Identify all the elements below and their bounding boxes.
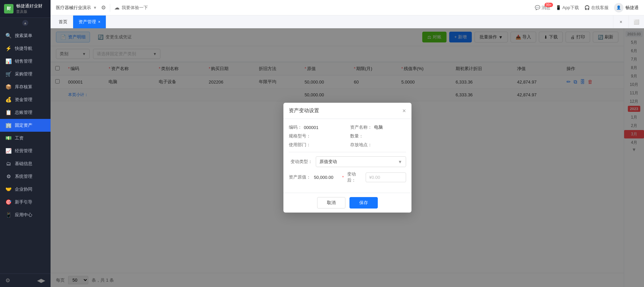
tab-home[interactable]: 首页 [53,15,73,28]
message-btn[interactable]: 💬 消息 99 [535,5,550,11]
sidebar-label-sales: 销售管理 [15,58,32,64]
tabbar: 首页 资产管理 × × ⬜ [51,15,644,28]
change-type-chevron-icon: ▼ [398,159,402,164]
cancel-button[interactable]: 取消 [317,197,345,209]
collapse-icon[interactable]: ◀▶ [37,277,45,284]
required-marker: * [342,175,344,180]
sidebar-label-basic: 基础信息 [15,161,32,167]
ledger-icon: 📋 [5,109,11,116]
app-info: 畅捷通好业财 普及版 [16,3,42,14]
main: 医疗器械行业演示 ▼ ⚙ ☁ 我要体验一下 💬 消息 99 📱 App下载 🎧 … [51,0,644,287]
modal-footer: 取消 保存 [283,193,411,213]
modal-overlay: 资产变动设置 × 编码： 000001 资产名称： 电脑 [51,28,644,287]
sidebar-label-guide: 新手引导 [15,199,32,205]
sidebar-label-search: 搜索菜单 [15,33,32,39]
sidebar-item-purchase[interactable]: 🛒 采购管理 [0,68,51,81]
app-name: 畅捷通好业财 [16,3,42,9]
basic-icon: 🗂 [5,161,11,167]
modal-body: 编码： 000001 资产名称： 电脑 规格型号： 数量： [283,119,411,193]
modal-info-grid: 编码： 000001 资产名称： 电脑 规格型号： 数量： [289,124,406,148]
quicknav-icon: ⚡ [5,45,11,52]
window-close-btn[interactable]: × [613,15,628,28]
sidebar-item-finance[interactable]: 💰 资金管理 [0,93,51,106]
tab-home-label: 首页 [59,19,67,25]
modal-location-label: 存放地点： [350,142,372,148]
after-change-input[interactable] [366,172,406,182]
modal-code-value: 000001 [304,125,318,130]
sidebar-item-collab[interactable]: 🤝 企业协同 [0,183,51,196]
change-type-value: 原值变动 [319,159,337,165]
sidebar: 财 畅捷通好业财 普及版 ▲ 🔍 搜索菜单 ⚡ 快捷导航 📊 销售管理 🛒 采购… [0,0,51,287]
app-logo: 财 [4,4,13,13]
save-button[interactable]: 保存 [349,197,378,209]
sidebar-item-fixedasset[interactable]: 🏢 固定资产 [0,119,51,132]
sidebar-label-inventory: 库存核算 [15,84,32,90]
sidebar-label-finance: 资金管理 [15,97,32,103]
tab-asset-management[interactable]: 资产管理 × [73,15,106,28]
sidebar-item-quicknav[interactable]: ⚡ 快捷导航 [0,42,51,55]
system-icon: ⚙ [5,173,11,180]
modal-close-btn[interactable]: × [402,108,406,114]
sidebar-item-search[interactable]: 🔍 搜索菜单 [0,29,51,42]
change-type-label: 变动类型： [289,159,312,165]
message-badge: 99 [545,3,553,7]
sidebar-item-system[interactable]: ⚙ 系统管理 [0,170,51,183]
modal-spec-item: 规格型号： [289,133,345,139]
purchase-icon: 🛒 [5,71,11,77]
sidebar-item-ledger[interactable]: 📋 总账管理 [0,106,51,119]
search-icon: 🔍 [5,33,11,39]
modal-asset-name-item: 资产名称： 电脑 [350,124,406,130]
settings-icon[interactable]: ⚙ [5,277,10,284]
collab-icon: 🤝 [5,186,11,192]
original-value-row: 资产原值： 50,000.00 * 变动后： [289,171,406,183]
sidebar-label-fixedasset: 固定资产 [15,122,32,128]
sidebar-header: 财 畅捷通好业财 普及版 [0,0,51,18]
online-service-btn[interactable]: 🎧 在线客服 [584,5,609,11]
app-download-label: App下载 [562,5,579,11]
change-type-row: 变动类型： 原值变动 ▼ [289,156,406,167]
user-menu[interactable]: 👤 畅捷通 [614,3,639,12]
feedback-btn[interactable]: ☁ 我要体验一下 [114,4,148,11]
sidebar-item-apps[interactable]: 📱 应用中心 [0,209,51,221]
sidebar-item-payroll[interactable]: 💵 工资 [0,132,51,145]
app-download-btn[interactable]: 📱 App下载 [556,5,579,11]
sidebar-scroll-up[interactable]: ▲ [22,20,28,26]
company-selector[interactable]: 医疗器械行业演示 ▼ [56,5,97,11]
sidebar-item-basic[interactable]: 🗂 基础信息 [0,157,51,170]
content: 📄 资产明细 🔄 变更生成凭证 ⚖ 对账 + 新增 批量操 [51,28,644,287]
sidebar-item-guide[interactable]: 🎯 新手引导 [0,196,51,209]
sidebar-label-ledger: 总账管理 [15,109,32,116]
sidebar-label-quicknav: 快捷导航 [15,45,32,52]
modal-header: 资产变动设置 × [283,103,411,119]
settings-gear-icon[interactable]: ⚙ [101,4,106,11]
sidebar-item-ops[interactable]: 📈 经营管理 [0,145,51,157]
sidebar-item-sales[interactable]: 📊 销售管理 [0,55,51,68]
sidebar-label-ops: 经营管理 [15,148,32,154]
sales-icon: 📊 [5,58,11,64]
download-icon: 📱 [556,5,561,10]
modal-spec-label: 规格型号： [289,133,311,139]
sidebar-label-payroll: 工资 [15,135,24,141]
asset-change-modal: 资产变动设置 × 编码： 000001 资产名称： 电脑 [283,103,411,213]
tab-close-icon[interactable]: × [98,20,100,24]
after-change-label: 变动后： [347,171,361,183]
modal-location-item: 存放地点： [350,142,406,148]
window-controls: × ⬜ [613,15,644,28]
username: 畅捷通 [625,5,639,11]
message-icon: 💬 [535,5,540,10]
window-maximize-btn[interactable]: ⬜ [628,15,644,28]
sidebar-label-apps: 应用中心 [15,212,32,218]
service-icon: 🎧 [584,5,590,10]
modal-dept-item: 使用部门： [289,142,345,148]
sidebar-footer: ⚙ ◀▶ [0,274,51,287]
fixedasset-icon: 🏢 [5,122,11,128]
change-type-select[interactable]: 原值变动 ▼ [316,156,406,167]
sidebar-item-inventory[interactable]: 📦 库存核算 [0,81,51,93]
cloud-icon: ☁ [114,4,120,11]
service-label: 在线客服 [591,5,609,11]
original-value-label: 资产原值： [289,174,311,180]
modal-quantity-label: 数量： [350,133,363,139]
avatar: 👤 [614,3,623,12]
finance-icon: 💰 [5,97,11,103]
company-chevron-icon: ▼ [93,5,97,10]
